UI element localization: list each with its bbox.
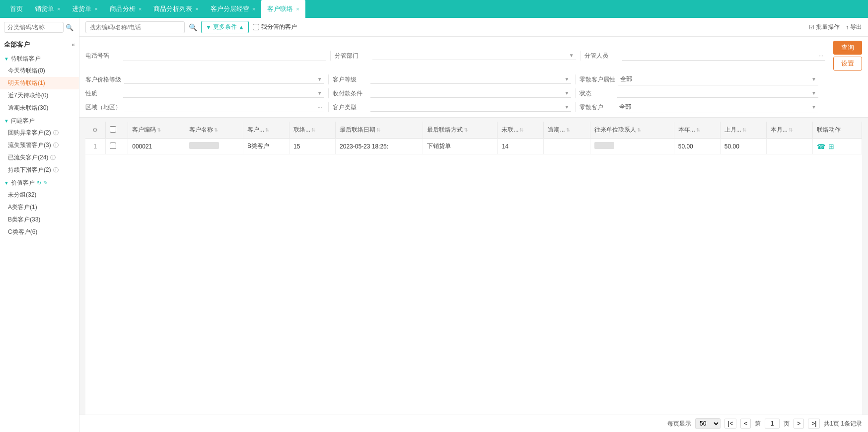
sidebar-item-ungrouped[interactable]: 未分组(32) — [0, 189, 79, 201]
pagination: 每页显示 50 10 20 100 |< < 第 页 > >| 共1页 1条记录 — [79, 415, 868, 432]
col-name[interactable]: 客户名称⇅ — [185, 122, 243, 139]
prev-page-btn[interactable]: < — [740, 419, 751, 429]
close-icon-product-analysis[interactable]: × — [139, 6, 142, 12]
cell-last-contact-method[interactable]: 下销货单 — [423, 139, 498, 154]
col-last-contact-date[interactable]: 最后联络日期⇅ — [336, 122, 423, 139]
col-contact-person[interactable]: 往来单位联系人⇅ — [590, 122, 674, 139]
export-btn[interactable]: ↑ 导出 — [846, 23, 862, 31]
sidebar-item-tomorrow-contact[interactable]: 明天待联络(1) — [0, 77, 79, 89]
close-icon-purchase[interactable]: × — [94, 6, 97, 12]
total-records: 共1页 1条记录 — [824, 420, 862, 428]
sidebar-group-pending-contact[interactable]: 待联络客户 — [0, 52, 79, 65]
first-page-btn[interactable]: |< — [724, 419, 736, 429]
select-all-checkbox[interactable] — [110, 126, 116, 133]
query-button[interactable]: 查询 — [833, 41, 862, 55]
col-no-contact-days[interactable]: 未联...⇅ — [498, 122, 544, 139]
filter-dept-select[interactable]: ▼ — [372, 51, 576, 60]
filter-divider-4 — [575, 74, 576, 84]
filter-area-select[interactable]: ··· — [124, 103, 324, 112]
search-input[interactable] — [85, 21, 185, 33]
sort-icon-method: ⇅ — [464, 127, 468, 133]
filter-payment-select[interactable]: ▼ — [370, 89, 572, 98]
filter-customer-value-field: 客户价格等级 ▼ — [85, 75, 324, 84]
col-contact-count[interactable]: 联络...⇅ — [289, 122, 336, 139]
filter-manager-select[interactable]: ··· — [622, 51, 825, 61]
per-page-select[interactable]: 50 10 20 100 — [695, 418, 721, 429]
current-page-input[interactable] — [765, 419, 780, 429]
col-this-month[interactable]: 本月...⇅ — [766, 122, 812, 139]
filter-area: 电话号码 分管部门 ▼ 分管人员 ··· — [79, 37, 868, 118]
filter-phone-label: 电话号码 — [85, 52, 120, 60]
edit-icon[interactable]: ✎ — [43, 180, 48, 186]
col-settings[interactable]: ⚙ — [85, 122, 105, 139]
filter-phone-input[interactable] — [123, 51, 326, 61]
sidebar-item-repurchase-anomaly[interactable]: 回购异常客户(2) ⓘ — [0, 127, 79, 139]
sidebar-item-7days-contact[interactable]: 近7天待联络(0) — [0, 89, 79, 102]
qr-icon[interactable]: ⊞ — [828, 143, 834, 150]
sidebar-all-customers[interactable]: 全部客户 « — [0, 37, 79, 52]
last-page-btn[interactable]: >| — [808, 419, 820, 429]
sidebar-group-problem-customers[interactable]: 问题客户 — [0, 114, 79, 127]
close-icon-sales[interactable]: × — [57, 6, 60, 12]
sort-icon-code: ⇅ — [157, 127, 161, 133]
col-last-contact-method[interactable]: 最后联络方式⇅ — [423, 122, 498, 139]
sidebar-item-today-contact[interactable]: 今天待联络(0) — [0, 65, 79, 77]
close-icon-customer-tier[interactable]: × — [252, 6, 255, 12]
settings-icon[interactable]: ⚙ — [92, 127, 98, 134]
next-page-btn[interactable]: > — [794, 419, 804, 429]
filter-customer-level-select[interactable]: ▼ — [370, 75, 572, 84]
action-icons: ☎ ⊞ — [817, 143, 858, 150]
nav-item-purchase[interactable]: 进货单 × — [66, 0, 103, 18]
col-checkbox[interactable] — [105, 122, 128, 139]
call-icon[interactable]: ☎ — [817, 143, 825, 150]
my-customers-checkbox-label[interactable]: 我分管的客户 — [253, 23, 297, 31]
filter-manager-label: 分管人员 — [584, 52, 619, 60]
cell-checkbox[interactable] — [105, 139, 128, 154]
filter-retail-select[interactable]: 全部 ▼ — [617, 101, 818, 113]
col-code[interactable]: 客户编码⇅ — [128, 122, 185, 139]
sidebar-item-class-b[interactable]: B类客户(33) — [0, 214, 79, 226]
sidebar-item-declining[interactable]: 持续下滑客户(2) ⓘ — [0, 164, 79, 176]
filter-customer-value-select[interactable]: ▼ — [124, 75, 324, 84]
nav-item-customer-tier[interactable]: 客户分层经营 × — [205, 0, 261, 18]
col-overdue[interactable]: 逾期...⇅ — [544, 122, 590, 139]
filter-divider-2 — [580, 51, 580, 61]
nav-item-customer-contact[interactable]: 客户联络 × — [261, 0, 305, 18]
nav-item-home[interactable]: 首页 — [4, 0, 29, 18]
my-customers-checkbox[interactable] — [253, 24, 259, 30]
filter-gender-select[interactable]: ▼ — [123, 89, 324, 98]
filter-retail-attr-select[interactable]: 全部 ▼ — [618, 73, 818, 85]
sidebar-item-class-c[interactable]: C类客户(6) — [0, 226, 79, 238]
batch-op-btn[interactable]: ☑ 批量操作 — [809, 23, 840, 31]
row-checkbox[interactable] — [110, 143, 116, 149]
col-type[interactable]: 客户...⇅ — [243, 122, 289, 139]
chevron-down-icon-retail: ▼ — [811, 104, 816, 110]
settings-button[interactable]: 设置 — [833, 57, 862, 71]
nav-item-sales[interactable]: 销货单 × — [29, 0, 66, 18]
more-conditions-btn[interactable]: ▼ 更多条件 ▲ — [201, 21, 249, 33]
filter-status-select[interactable]: ▼ — [617, 89, 818, 98]
col-last-month[interactable]: 上月...⇅ — [720, 122, 766, 139]
sidebar-item-churned[interactable]: 已流失客户(24) ⓘ — [0, 151, 79, 164]
nav-item-product-analysis[interactable]: 商品分析 × — [104, 0, 147, 18]
nav-item-product-analysis-list[interactable]: 商品分析列表 × — [147, 0, 204, 18]
sidebar-item-class-a[interactable]: A类客户(1) — [0, 201, 79, 214]
cell-index: 1 — [85, 139, 105, 154]
sidebar-search-icon[interactable]: 🔍 — [66, 24, 73, 31]
refresh-icon[interactable]: ↻ — [37, 180, 41, 186]
close-icon-product-analysis-list[interactable]: × — [195, 6, 198, 12]
sidebar-item-churn-warning[interactable]: 流失预警客户(3) ⓘ — [0, 139, 79, 151]
search-icon-toolbar[interactable]: 🔍 — [189, 23, 197, 31]
close-icon-customer-contact[interactable]: × — [296, 6, 299, 12]
filter-customer-type-select[interactable]: ▼ — [370, 103, 572, 112]
sidebar-search-input[interactable] — [4, 22, 64, 33]
col-this-year[interactable]: 本年...⇅ — [674, 122, 720, 139]
sidebar-item-overdue-contact[interactable]: 逾期未联络(30) — [0, 102, 79, 114]
sort-icon-this-year: ⇅ — [696, 127, 700, 133]
sidebar-group-value-customers[interactable]: 价值客户 ↻ ✎ — [0, 176, 79, 189]
sort-icon-type: ⇅ — [265, 127, 269, 133]
filter-gender-label: 性质 — [85, 89, 120, 98]
filter-divider-8 — [575, 102, 576, 112]
sort-icon-overdue: ⇅ — [566, 127, 570, 133]
sort-icon-date: ⇅ — [376, 127, 380, 133]
